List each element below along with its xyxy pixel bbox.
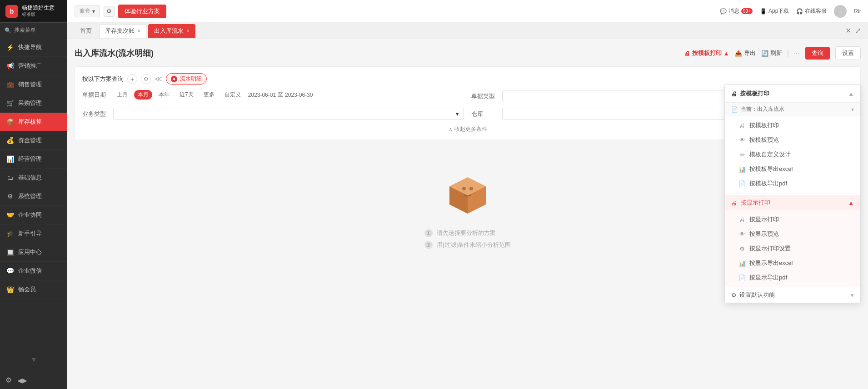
template-print-item[interactable]: 🖨 按模板打印 <box>725 118 860 133</box>
date-opt-7days[interactable]: 近7天 <box>176 90 197 100</box>
print-label: 按模板打印 <box>692 49 722 57</box>
display-print-icon: 🖨 <box>731 199 737 206</box>
sidebar-item-finance[interactable]: 💰 资金管理 <box>0 131 67 150</box>
sidebar-item-quick-nav[interactable]: ⚡ 快捷导航 <box>0 38 67 57</box>
close-inventory-batch-icon[interactable]: × <box>137 28 140 34</box>
filter-settings-btn[interactable]: ⚙ <box>141 74 151 84</box>
template-preview-label: 按模板预览 <box>749 136 779 144</box>
display-print-section-header[interactable]: 🖨 按显示打印 ▲ <box>725 195 860 210</box>
sidebar-item-basic[interactable]: 🗂 基础信息 <box>0 169 67 187</box>
sidebar-scroll-down[interactable]: ▾ <box>0 348 67 371</box>
date-opt-last-month[interactable]: 上月 <box>113 90 131 100</box>
template-export-excel-item[interactable]: 📊 按模板导出excel <box>725 162 860 176</box>
sidebar-bottom: ⚙ ◀▶ <box>0 371 67 389</box>
sidebar-item-corp-wechat[interactable]: 💬 企业微信 <box>0 262 67 280</box>
display-export-excel-item[interactable]: 📊 按显示导出excel <box>725 256 860 270</box>
sidebar-item-system[interactable]: ⚙ 系统管理 <box>0 187 67 206</box>
sidebar-item-purchase[interactable]: 🛒 采购管理 <box>0 94 67 113</box>
footer-label: 设置默认功能 <box>739 291 775 299</box>
divider <box>788 50 788 57</box>
quick-nav-icon: ⚡ <box>5 43 15 52</box>
tabs-actions: ✕ ⤢ <box>845 26 861 35</box>
download-icon: 📱 <box>760 8 767 15</box>
collapse-icon[interactable]: ◀▶ <box>17 377 27 384</box>
app-download-btn[interactable]: 📱 App下载 <box>760 7 789 15</box>
settings-page-btn[interactable]: 设置 <box>835 46 861 60</box>
filter-collapse-btn[interactable]: ≪ <box>155 75 162 83</box>
close-stock-flow-icon[interactable]: × <box>186 28 190 34</box>
maximize-tab-icon[interactable]: ⤢ <box>855 26 861 35</box>
sidebar-item-marketing[interactable]: 📢 营销推广 <box>0 57 67 75</box>
search-menu[interactable]: 🔍 搜索菜单 <box>0 23 67 38</box>
print-btn[interactable]: 🖨 按模板打印 ▲ <box>684 49 729 57</box>
sidebar-item-label: 经营管理 <box>18 155 42 163</box>
export-icon: 📤 <box>735 50 742 57</box>
template-export-pdf-item[interactable]: 📄 按模板导出pdf <box>725 176 860 191</box>
display-print-settings-item[interactable]: ⚙ 按显示打印设置 <box>725 241 860 256</box>
app-center-icon: 🔲 <box>5 248 15 257</box>
stock-flow-label: 出入库流水 <box>154 27 184 35</box>
sidebar-item-label: 快捷导航 <box>18 43 42 51</box>
dropdown-title: 按模板打印 <box>740 90 769 98</box>
sidebar-item-newbie[interactable]: 🎓 新手引导 <box>0 224 67 243</box>
template-preview-item[interactable]: 👁 按模板预览 <box>725 133 860 147</box>
sidebar-item-label: 资金管理 <box>18 136 42 145</box>
service-icon: 🎧 <box>796 8 803 15</box>
dropdown-footer[interactable]: ⚙ 设置默认功能 ▾ <box>725 287 860 303</box>
empty-tips: ① 请先选择要分析的方案 ② 用[过滤]条件来缩小分析范围 <box>424 227 511 251</box>
display-export-pdf-item[interactable]: 📄 按显示导出pdf <box>725 270 860 285</box>
basic-icon: 🗂 <box>5 173 15 182</box>
refresh-icon: 🔄 <box>761 50 768 57</box>
biz-type-select[interactable]: ▾ <box>113 108 464 120</box>
sidebar-item-membership[interactable]: 👑 畅会员 <box>0 280 67 299</box>
display-export-pdf-label: 按显示导出pdf <box>749 274 787 282</box>
sidebar-item-sales[interactable]: 💼 销售管理 <box>0 75 67 94</box>
print-icon: 🖨 <box>738 122 746 129</box>
avatar[interactable] <box>834 5 847 18</box>
settings-btn[interactable]: ⚙ <box>104 6 115 17</box>
template-print-label: 按模板打印 <box>749 121 779 130</box>
date-opt-more[interactable]: 更多 <box>200 90 218 100</box>
export-btn[interactable]: 📤 导出 <box>735 49 756 57</box>
template-design-item[interactable]: ✏ 模板自定义设计 <box>725 147 860 162</box>
date-opt-this-year[interactable]: 本年 <box>155 90 173 100</box>
online-service-btn[interactable]: 🎧 在线客服 <box>796 7 827 15</box>
tab-stock-flow[interactable]: 出入库流水 × <box>148 24 195 38</box>
date-opt-custom[interactable]: 自定义 <box>221 90 244 100</box>
industry-btn[interactable]: 体验行业方案 <box>118 5 166 18</box>
more-icon[interactable]: ··· <box>794 49 800 57</box>
sidebar-item-app-center[interactable]: 🔲 应用中心 <box>0 243 67 262</box>
sidebar-item-label: 系统管理 <box>18 192 42 200</box>
account-selector[interactable]: 账套 ▾ <box>75 5 100 17</box>
display-print-item[interactable]: 🖨 按显示打印 <box>725 212 860 227</box>
preview-icon: 👁 <box>738 136 746 144</box>
dropdown-panel: 🖨 按模板打印 ▲ 📄 当前：出入库流水 ▾ 🖨 按模板打印 <box>724 85 861 303</box>
refresh-btn[interactable]: 🔄 刷新 <box>761 49 782 57</box>
sidebar-item-operations[interactable]: 📊 经营管理 <box>0 150 67 169</box>
sidebar-item-label: 企业微信 <box>18 267 42 275</box>
account-name: 账套 <box>80 7 90 15</box>
sidebar-item-label: 库存核算 <box>18 118 42 126</box>
tab-home[interactable]: 首页 <box>75 24 97 38</box>
sidebar-item-label: 营销推广 <box>18 62 42 70</box>
logo-icon: b <box>5 5 18 18</box>
sidebar: b 畅捷通好生意 标准版 🔍 搜索菜单 ⚡ 快捷导航 📢 营销推广 💼 销售管理… <box>0 0 67 389</box>
message-btn[interactable]: 💬 消息 99+ <box>720 7 753 15</box>
filter-add-btn[interactable]: + <box>127 74 137 84</box>
tabs-bar: 首页 库存批次账 × 出入库流水 × ✕ ⤢ <box>67 23 868 39</box>
settings-icon[interactable]: ⚙ <box>5 376 12 384</box>
date-opt-this-month[interactable]: 本月 <box>134 90 152 100</box>
close-tab-icon[interactable]: ✕ <box>845 26 851 35</box>
sidebar-item-label: 企业协同 <box>18 211 42 219</box>
tab-inventory-batch[interactable]: 库存批次账 × <box>99 24 146 38</box>
display-print-section: 🖨 按显示打印 👁 按显示预览 ⚙ 按显示打印设置 📊 按显示导出excel 📄 <box>725 210 860 287</box>
display-preview-item[interactable]: 👁 按显示预览 <box>725 227 860 241</box>
enterprise-icon: 🤝 <box>5 210 15 219</box>
current-template: 📄 当前：出入库流水 ▾ <box>725 103 860 116</box>
sidebar-item-enterprise[interactable]: 🤝 企业协同 <box>0 206 67 224</box>
sidebar-item-inventory[interactable]: 📦 库存核算 <box>0 113 67 131</box>
page-actions: 🖨 按模板打印 ▲ 📤 导出 🔄 刷新 ··· 查询 设置 <box>684 46 861 60</box>
query-btn[interactable]: 查询 <box>805 47 830 60</box>
preview-icon: 👁 <box>738 230 746 238</box>
empty-illustration <box>445 173 490 218</box>
